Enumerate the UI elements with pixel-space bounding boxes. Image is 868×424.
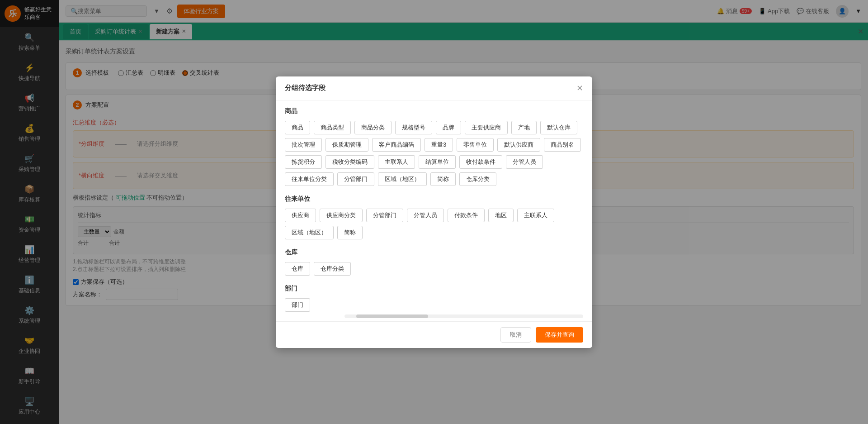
field-tag-2-0[interactable]: 仓库 xyxy=(285,262,310,276)
field-tag-0-3[interactable]: 规格型号 xyxy=(395,121,432,134)
field-tag-0-23[interactable]: 区域（地区） xyxy=(378,172,427,186)
field-tag-0-22[interactable]: 分管部门 xyxy=(337,172,374,186)
field-tag-0-6[interactable]: 产地 xyxy=(511,121,537,134)
field-section-2: 仓库仓库仓库分类 xyxy=(285,248,583,276)
field-tag-1-3[interactable]: 分管人员 xyxy=(407,209,444,222)
field-tag-0-1[interactable]: 商品类型 xyxy=(314,121,351,134)
field-tags-3: 部门 xyxy=(285,298,583,312)
field-tags-1: 供应商供应商分类分管部门分管人员付款条件地区主联系人区域（地区）简称 xyxy=(285,209,583,239)
field-tag-0-2[interactable]: 商品分类 xyxy=(354,121,392,134)
field-tag-2-1[interactable]: 仓库分类 xyxy=(314,262,351,276)
field-tag-1-7[interactable]: 区域（地区） xyxy=(285,226,334,239)
modal-header: 分组待选字段 ✕ xyxy=(276,76,592,100)
field-tag-0-7[interactable]: 默认仓库 xyxy=(540,121,577,134)
field-tag-0-8[interactable]: 批次管理 xyxy=(285,138,322,152)
modal-title: 分组待选字段 xyxy=(285,84,326,92)
field-tags-2: 仓库仓库分类 xyxy=(285,262,583,276)
field-tag-1-1[interactable]: 供应商分类 xyxy=(320,209,363,222)
field-tags-0: 商品商品类型商品分类规格型号品牌主要供应商产地默认仓库批次管理保质期管理客户商品… xyxy=(285,121,583,186)
field-tag-3-0[interactable]: 部门 xyxy=(285,298,310,312)
field-tag-0-24[interactable]: 简称 xyxy=(430,172,456,186)
field-tag-1-0[interactable]: 供应商 xyxy=(285,209,316,222)
field-tag-0-13[interactable]: 默认供应商 xyxy=(497,138,540,152)
modal-overlay: 分组待选字段 ✕ 商品商品商品类型商品分类规格型号品牌主要供应商产地默认仓库批次… xyxy=(0,0,868,424)
field-tag-0-21[interactable]: 往来单位分类 xyxy=(285,172,334,186)
field-tag-0-11[interactable]: 重量3 xyxy=(425,138,453,152)
field-section-title-0: 商品 xyxy=(285,107,583,115)
cancel-button[interactable]: 取消 xyxy=(500,327,531,343)
field-tag-0-10[interactable]: 客户商品编码 xyxy=(372,138,421,152)
field-tag-0-5[interactable]: 主要供应商 xyxy=(465,121,508,134)
field-tag-1-5[interactable]: 地区 xyxy=(488,209,514,222)
field-tag-0-15[interactable]: 拣货积分 xyxy=(285,155,322,169)
modal-close-btn[interactable]: ✕ xyxy=(576,83,583,93)
field-select-modal: 分组待选字段 ✕ 商品商品商品类型商品分类规格型号品牌主要供应商产地默认仓库批次… xyxy=(276,76,592,348)
field-tag-0-0[interactable]: 商品 xyxy=(285,121,310,134)
field-tag-0-25[interactable]: 仓库分类 xyxy=(459,172,496,186)
field-section-3: 部门部门 xyxy=(285,285,583,312)
field-tag-0-18[interactable]: 结算单位 xyxy=(419,155,456,169)
field-tag-0-17[interactable]: 主联系人 xyxy=(378,155,415,169)
field-tag-1-8[interactable]: 简称 xyxy=(337,226,363,239)
field-tag-0-19[interactable]: 收付款条件 xyxy=(459,155,502,169)
field-tag-0-14[interactable]: 商品别名 xyxy=(544,138,581,152)
modal-footer: 取消 保存并查询 xyxy=(276,321,592,348)
field-section-0: 商品商品商品类型商品分类规格型号品牌主要供应商产地默认仓库批次管理保质期管理客户… xyxy=(285,107,583,186)
field-tag-0-12[interactable]: 零售单位 xyxy=(457,138,494,152)
field-section-1: 往来单位供应商供应商分类分管部门分管人员付款条件地区主联系人区域（地区）简称 xyxy=(285,195,583,239)
field-tag-1-2[interactable]: 分管部门 xyxy=(366,209,403,222)
field-section-title-3: 部门 xyxy=(285,285,583,293)
field-tag-0-4[interactable]: 品牌 xyxy=(436,121,461,134)
modal-body: 商品商品商品类型商品分类规格型号品牌主要供应商产地默认仓库批次管理保质期管理客户… xyxy=(276,100,592,314)
field-tag-0-16[interactable]: 税收分类编码 xyxy=(326,155,374,169)
field-section-title-1: 往来单位 xyxy=(285,195,583,203)
field-tag-1-6[interactable]: 主联系人 xyxy=(517,209,554,222)
field-tag-1-4[interactable]: 付款条件 xyxy=(448,209,485,222)
confirm-button[interactable]: 保存并查询 xyxy=(536,327,583,343)
field-section-title-2: 仓库 xyxy=(285,248,583,257)
field-tag-0-9[interactable]: 保质期管理 xyxy=(326,138,368,152)
field-tag-0-20[interactable]: 分管人员 xyxy=(506,155,543,169)
